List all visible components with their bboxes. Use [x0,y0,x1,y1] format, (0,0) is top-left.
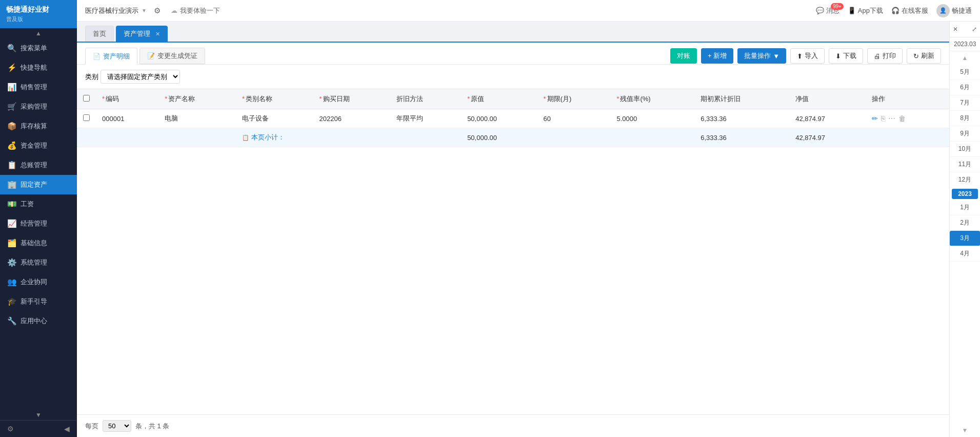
settings-icon[interactable]: ⚙ [7,425,14,433]
app-download-icon: 📱 [848,7,856,14]
refresh-button[interactable]: ↻ 刷新 [907,48,941,64]
category-filter-label: 类别 [85,72,98,82]
sidebar-item-quick[interactable]: ⚡快捷导航 [0,58,77,77]
panel-close-icon[interactable]: ✕ [953,26,958,33]
user-avatar[interactable]: 👤 畅捷通 [936,4,972,17]
sidebar-scroll-up[interactable]: ▲ [0,28,77,38]
asset-table: *编码 *资产名称 *类别名称 *购买日期 折旧方法 *原值 *期限(月) *残… [77,89,949,147]
edit-icon-0[interactable]: ✏ [872,114,878,123]
sidebar-icon-quick: ⚡ [7,63,16,72]
subtotal-acc-dep: 6,333.36 [694,128,789,147]
row-checkbox-0[interactable] [83,114,90,121]
new-button[interactable]: + 新增 [701,48,733,64]
sidebar-item-system[interactable]: ⚙️系统管理 [0,253,77,272]
month-item-prev[interactable]: 6月 [950,80,980,95]
panel-nav-down: ▼ [950,424,980,437]
panel-down-arrow[interactable]: ▼ [961,426,969,435]
refresh-icon: ↻ [913,52,919,60]
sub-tab-asset-detail-label: 资产明细 [103,52,130,61]
sidebar-item-payroll[interactable]: 💵工资 [0,194,77,214]
sub-tab-voucher[interactable]: 📝 变更生成凭证 [139,48,205,64]
message-button[interactable]: 💬 消息 99+ [816,6,839,15]
sidebar-label-apps: 应用中心 [21,316,47,326]
row-period-0: 60 [537,109,611,128]
month-item-prev[interactable]: 5月 [950,65,980,80]
sidebar-item-collab[interactable]: 👥企业协同 [0,272,77,292]
row-purchase-date-0: 202206 [313,109,391,128]
sidebar-item-apps[interactable]: 🔧应用中心 [0,311,77,331]
import-button[interactable]: ⬆ 导入 [790,48,825,64]
current-year-label[interactable]: 2023 [952,189,978,199]
sidebar-label-capital: 资金管理 [21,141,47,150]
month-item-current[interactable]: 4月 [950,246,980,262]
reconcile-button[interactable]: 对账 [670,48,697,64]
sidebar-item-inventory[interactable]: 📦库存核算 [0,116,77,136]
category-select[interactable]: 请选择固定资产类别 [101,70,180,84]
month-item-prev[interactable]: 7月 [950,95,980,111]
more-icon-0[interactable]: ⋯ [888,114,895,123]
row-code-0: 000001 [96,109,158,128]
experience-button[interactable]: ☁ 我要体验一下 [171,6,220,15]
avatar-circle: 👤 [936,4,950,17]
sidebar-icon-ledger: 📋 [7,161,16,170]
sidebar-item-fixed[interactable]: 🏢固定资产 [0,175,77,194]
copy-icon-0[interactable]: ⎘ [881,114,885,123]
month-item-prev[interactable]: 12月 [950,172,980,188]
row-original-value-0: 50,000.00 [461,109,537,128]
sidebar-icon-ops: 📈 [7,219,16,228]
sidebar: 畅捷通好业财 普及版 ▲ 🔍搜索菜单⚡快捷导航📊销售管理🛒采购管理📦库存核算💰资… [0,0,77,437]
sidebar-item-guide[interactable]: 🎓新手引导 [0,292,77,311]
right-panel-header: ✕ ⤢ [950,22,980,37]
month-item-prev[interactable]: 9月 [950,126,980,142]
voucher-icon: 📝 [147,52,155,59]
delete-icon-0[interactable]: 🗑 [898,114,906,123]
batch-button[interactable]: 批量操作 ▼ [737,48,786,64]
content-area: 首页 资产管理 ✕ 📄 资产明细 📝 变更生成凭证 [77,22,980,437]
sidebar-item-basic[interactable]: 🗂️基础信息 [0,233,77,253]
th-purchase-date: *购买日期 [313,89,391,109]
month-item-prev[interactable]: 11月 [950,157,980,172]
sidebar-icon-fixed: 🏢 [7,180,16,189]
sidebar-item-sales[interactable]: 📊销售管理 [0,77,77,97]
sidebar-item-ops[interactable]: 📈经营管理 [0,214,77,233]
panel-up-arrow[interactable]: ▲ [961,53,969,63]
sub-tab-voucher-label: 变更生成凭证 [157,51,197,61]
panel-expand-icon[interactable]: ⤢ [972,26,977,33]
sidebar-item-search[interactable]: 🔍搜索菜单 [0,38,77,58]
sidebar-item-capital[interactable]: 💰资金管理 [0,136,77,155]
app-download-button[interactable]: 📱 App下载 [848,6,883,15]
month-item-prev[interactable]: 10月 [950,142,980,157]
month-item-current[interactable]: 1月 [950,200,980,215]
sidebar-icon-apps: 🔧 [7,316,16,326]
sidebar-label-purchase: 采购管理 [21,102,47,111]
tab-asset-management[interactable]: 资产管理 ✕ [116,26,168,42]
th-code: *编码 [96,89,158,109]
online-service-button[interactable]: 🎧 在线客服 [891,6,928,15]
sub-tab-asset-detail[interactable]: 📄 资产明细 [85,48,137,65]
sidebar-label-guide: 新手引导 [21,297,47,306]
reconcile-label: 对账 [677,51,690,61]
per-page-select[interactable]: 50 10 20 100 [103,420,131,432]
month-item-current[interactable]: 3月 [950,231,980,246]
select-all-checkbox[interactable] [83,95,90,102]
print-button[interactable]: 🖨 打印 [867,48,903,64]
main-area: 医疗器械行业演示 ▼ ⚙ ☁ 我要体验一下 💬 消息 99+ 📱 App下载 🎧… [77,0,980,437]
month-item-current[interactable]: 2月 [950,215,980,231]
sidebar-icon-search: 🔍 [7,44,16,53]
th-depreciation-method: 折旧方法 [390,89,461,109]
message-badge: 99+ [831,3,844,10]
row-name-0: 电脑 [158,109,236,128]
settings-gear-icon[interactable]: ⚙ [154,6,161,15]
download-button[interactable]: ⬇ 下载 [829,48,863,64]
sidebar-icon-system: ⚙️ [7,258,16,267]
month-item-prev[interactable]: 8月 [950,111,980,126]
sidebar-item-purchase[interactable]: 🛒采购管理 [0,97,77,116]
sidebar-item-ledger[interactable]: 📋总账管理 [0,155,77,175]
company-selector[interactable]: 医疗器械行业演示 ▼ [85,6,147,15]
sidebar-scroll-down[interactable]: ▼ [0,410,77,420]
tab-close-icon[interactable]: ✕ [155,31,160,37]
collapse-icon[interactable]: ◀ [64,425,70,433]
asset-table-wrap: *编码 *资产名称 *类别名称 *购买日期 折旧方法 *原值 *期限(月) *残… [77,89,949,414]
sidebar-label-inventory: 库存核算 [21,122,47,131]
tab-home[interactable]: 首页 [85,26,114,42]
